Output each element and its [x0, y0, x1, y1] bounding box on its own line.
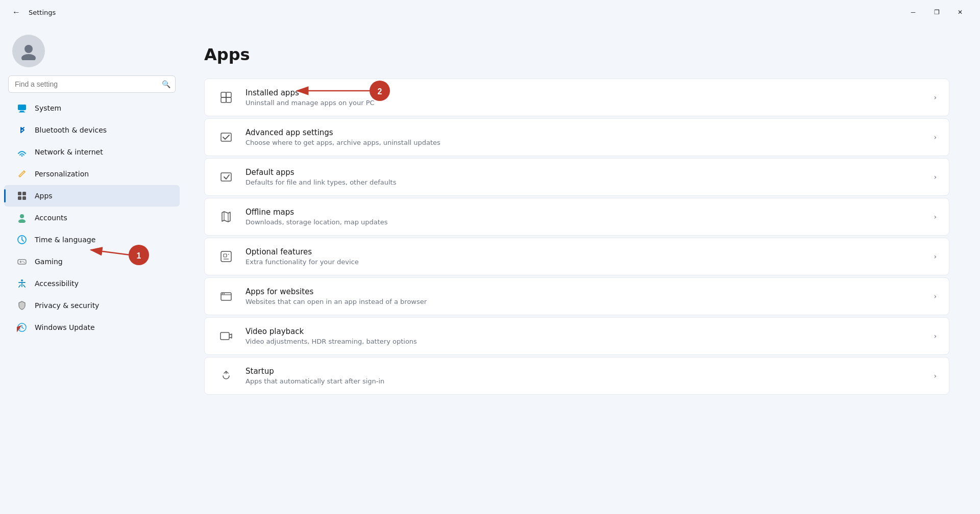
svg-rect-16	[18, 196, 21, 200]
nav-icon-privacy	[16, 300, 28, 311]
search-box[interactable]: 🔍	[8, 75, 176, 93]
settings-title-apps-for-websites: Apps for websites	[246, 287, 923, 296]
sidebar-item-label-network: Network & internet	[35, 148, 103, 156]
svg-point-19	[18, 219, 26, 223]
sidebar-item-bluetooth[interactable]: Bluetooth & devices	[4, 119, 180, 141]
settings-text-startup: StartupApps that automatically start aft…	[246, 367, 923, 385]
settings-item-video-playback[interactable]: Video playbackVideo adjustments, HDR str…	[204, 317, 949, 355]
svg-point-18	[20, 214, 24, 218]
chevron-icon-optional-features: ›	[934, 252, 937, 261]
settings-icon-installed-apps	[217, 88, 235, 107]
settings-text-video-playback: Video playbackVideo adjustments, HDR str…	[246, 327, 923, 345]
sidebar-item-label-gaming: Gaming	[35, 258, 63, 266]
sidebar-item-label-update: Windows Update	[35, 323, 95, 331]
svg-rect-30	[221, 97, 226, 102]
settings-title-startup: Startup	[246, 367, 923, 376]
sidebar-item-accessibility[interactable]: Accessibility	[4, 273, 180, 294]
chevron-icon-video-playback: ›	[934, 332, 937, 340]
settings-icon-default-apps	[217, 168, 235, 186]
settings-icon-advanced-app-settings	[217, 128, 235, 146]
settings-text-offline-maps: Offline mapsDownloads, storage location,…	[246, 208, 923, 226]
nav-icon-personalization	[16, 168, 28, 179]
svg-rect-28	[221, 92, 226, 97]
svg-point-8	[24, 45, 33, 53]
svg-point-25	[24, 262, 25, 263]
sidebar-item-label-apps: Apps	[35, 192, 53, 200]
settings-title-optional-features: Optional features	[246, 247, 923, 256]
profile-section	[0, 24, 184, 75]
window-controls: ─ ❐ ✕	[901, 4, 972, 20]
svg-rect-14	[18, 192, 21, 195]
settings-text-advanced-app-settings: Advanced app settingsChoose where to get…	[246, 128, 923, 146]
svg-point-43	[224, 293, 225, 294]
sidebar-item-label-personalization: Personalization	[35, 170, 89, 178]
sidebar-item-accounts[interactable]: Accounts	[4, 207, 180, 228]
settings-desc-offline-maps: Downloads, storage location, map updates	[246, 218, 923, 226]
page-title: Apps	[204, 45, 949, 64]
settings-item-default-apps[interactable]: Default appsDefaults for file and link t…	[204, 158, 949, 196]
chevron-icon-installed-apps: ›	[934, 93, 937, 101]
settings-item-apps-for-websites[interactable]: Apps for websitesWebsites that can open …	[204, 277, 949, 315]
sidebar: 🔍 SystemBluetooth & devicesNetwork & int…	[0, 24, 184, 514]
settings-title-default-apps: Default apps	[246, 168, 923, 177]
svg-point-24	[22, 261, 23, 262]
settings-title-advanced-app-settings: Advanced app settings	[246, 128, 923, 137]
sidebar-item-gaming[interactable]: Gaming	[4, 251, 180, 272]
settings-icon-optional-features	[217, 247, 235, 266]
svg-rect-11	[20, 111, 24, 112]
settings-title-video-playback: Video playback	[246, 327, 923, 336]
settings-desc-optional-features: Extra functionality for your device	[246, 258, 923, 266]
sidebar-item-label-accounts: Accounts	[35, 214, 67, 222]
sidebar-item-privacy[interactable]: Privacy & security	[4, 295, 180, 316]
minimize-button[interactable]: ─	[901, 4, 925, 20]
settings-item-advanced-app-settings[interactable]: Advanced app settingsChoose where to get…	[204, 118, 949, 156]
nav-icon-network	[16, 146, 28, 158]
sidebar-item-network[interactable]: Network & internet	[4, 141, 180, 163]
settings-desc-installed-apps: Uninstall and manage apps on your PC	[246, 99, 923, 107]
settings-icon-offline-maps	[217, 208, 235, 226]
nav-icon-accounts	[16, 212, 28, 223]
svg-point-13	[21, 155, 23, 157]
settings-item-installed-apps[interactable]: Installed appsUninstall and manage apps …	[204, 79, 949, 116]
settings-desc-startup: Apps that automatically start after sign…	[246, 377, 923, 385]
chevron-icon-offline-maps: ›	[934, 213, 937, 221]
settings-icon-video-playback	[217, 327, 235, 345]
sidebar-item-personalization[interactable]: Personalization	[4, 163, 180, 185]
sidebar-item-apps[interactable]: Apps	[4, 185, 180, 207]
settings-icon-apps-for-websites	[217, 287, 235, 305]
nav-icon-time	[16, 234, 28, 245]
sidebar-item-update[interactable]: Windows Update	[4, 317, 180, 338]
close-button[interactable]: ✕	[948, 4, 972, 20]
settings-item-optional-features[interactable]: Optional featuresExtra functionality for…	[204, 238, 949, 275]
svg-rect-17	[22, 196, 26, 200]
nav-icon-accessibility	[16, 278, 28, 289]
svg-point-42	[222, 293, 223, 294]
svg-rect-12	[19, 112, 25, 113]
settings-desc-advanced-app-settings: Choose where to get apps, archive apps, …	[246, 139, 923, 146]
main-layout: 🔍 SystemBluetooth & devicesNetwork & int…	[0, 24, 980, 514]
sidebar-nav: SystemBluetooth & devicesNetwork & inter…	[0, 97, 184, 339]
svg-rect-32	[221, 133, 231, 141]
avatar	[12, 35, 45, 67]
sidebar-item-label-privacy: Privacy & security	[35, 301, 99, 310]
maximize-button[interactable]: ❐	[925, 4, 948, 20]
settings-item-offline-maps[interactable]: Offline mapsDownloads, storage location,…	[204, 198, 949, 236]
svg-rect-21	[18, 260, 26, 264]
sidebar-item-time[interactable]: Time & language	[4, 229, 180, 250]
chevron-icon-apps-for-websites: ›	[934, 292, 937, 300]
sidebar-item-system[interactable]: System	[4, 97, 180, 119]
settings-item-startup[interactable]: StartupApps that automatically start aft…	[204, 357, 949, 395]
svg-rect-29	[226, 92, 231, 97]
sidebar-item-label-time: Time & language	[35, 236, 95, 244]
nav-icon-bluetooth	[16, 124, 28, 136]
svg-rect-38	[228, 254, 229, 255]
settings-desc-video-playback: Video adjustments, HDR streaming, batter…	[246, 338, 923, 345]
svg-rect-31	[226, 97, 231, 102]
sidebar-item-label-system: System	[35, 104, 61, 112]
svg-rect-15	[22, 192, 26, 195]
nav-icon-gaming	[16, 256, 28, 267]
settings-icon-startup	[217, 367, 235, 385]
back-button[interactable]: ←	[8, 4, 24, 20]
search-input[interactable]	[8, 75, 176, 93]
nav-icon-apps	[16, 190, 28, 201]
